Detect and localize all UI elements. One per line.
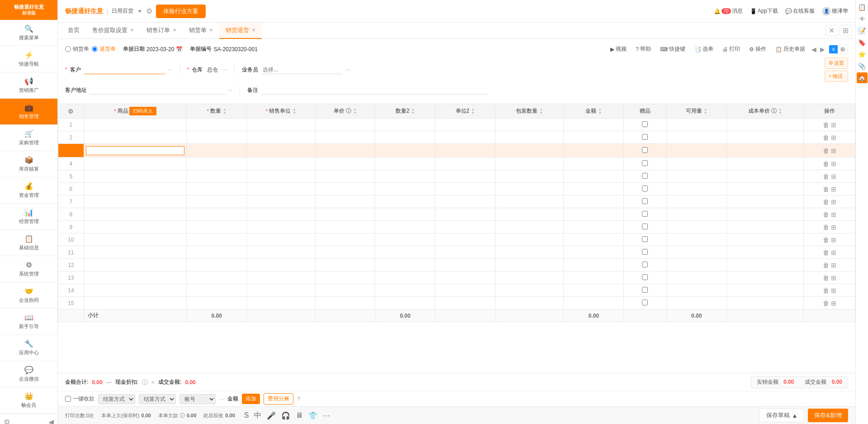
right-panel-star-btn[interactable]: ⭐ [857,49,868,60]
sidebar-item-guide[interactable]: 📖 新手引导 [0,309,57,335]
row-copy-btn[interactable]: ⊞ [831,236,836,243]
address-more-icon[interactable]: ··· [228,87,232,93]
staff-input[interactable] [261,66,342,74]
row-delete-btn[interactable]: 🗑 [823,121,829,129]
address-input[interactable] [90,86,225,95]
tab-sales-order[interactable]: 销售订单 ✕ [140,23,183,39]
sidebar-item-basics[interactable]: 📋 基础信息 [0,230,57,256]
row-copy-btn[interactable]: ⊞ [831,300,836,307]
tab-sales-return[interactable]: 销货退货 ✕ [219,23,262,39]
tab-sales-bill[interactable]: 销货单 ✕ [183,23,219,39]
nav-prev-icon[interactable]: ◀ [811,46,816,53]
tool-shirt-icon[interactable]: 👕 [307,410,319,421]
row-delete-btn[interactable]: 🗑 [823,224,829,231]
app-download-btn[interactable]: 📱 App下载 [750,7,778,15]
sales-unit-cell[interactable] [247,119,316,131]
tab-close-price[interactable]: ✕ [130,28,134,33]
toolbar-shortcut-btn[interactable]: ⌨ 快捷键 [657,44,688,54]
sidebar-item-quicknav[interactable]: ⚡ 快捷导航 [0,46,57,72]
sidebar-item-apps[interactable]: 🔧 应用中心 [0,335,57,361]
logistics-action-btn[interactable]: + 物流 [825,71,848,82]
add-row-btn[interactable]: + [69,146,74,155]
cost-price-cell[interactable] [726,119,804,131]
save-new-btn[interactable]: 保存&新增 [808,409,848,422]
toolbar-print-btn[interactable]: 🖨 打印 [720,44,743,54]
scan-input-btn[interactable]: 扫码录入 [129,107,156,115]
tab-price-settings[interactable]: 售价提取设置 ✕ [86,23,140,39]
radio-return-bill[interactable]: 退货单 [92,45,116,53]
debts-checkbox[interactable]: ⓘ [180,412,185,419]
row-delete-btn[interactable]: 🗑 [823,236,829,243]
toolbar-help-btn[interactable]: ? 帮助 [633,44,654,54]
one-key-checkout-checkbox[interactable]: 一键收款 [65,395,94,403]
toolbar-select-btn[interactable]: 📑 选单 [692,44,716,54]
row-delete-btn[interactable]: 🗑 [823,274,829,281]
sidebar-item-sales[interactable]: 💼 销售管理 [0,99,57,125]
collection-account-select[interactable]: 账号 [179,394,216,404]
sidebar-item-finance[interactable]: 💰 资金管理 [0,177,57,204]
trial-button[interactable]: 体验行业方案 [156,5,206,18]
row-delete-btn[interactable]: 🗑 [823,173,829,180]
sidebar-collapse-icon[interactable]: ◀ [48,418,54,424]
sidebar-item-operations[interactable]: 📊 经营管理 [0,204,57,230]
sidebar-item-purchase[interactable]: 🛒 采购管理 [0,125,57,151]
right-panel-edit-btn[interactable]: 📝 [857,25,868,36]
staff-more-icon[interactable]: ··· [345,67,349,73]
amount-cell[interactable] [564,119,624,131]
tab-close-return[interactable]: ✕ [252,28,255,33]
row-delete-btn[interactable]: 🗑 [823,249,829,256]
row-copy-btn[interactable]: ⊞ [831,274,836,281]
row-copy-btn[interactable]: ⊞ [831,262,836,269]
row-delete-btn[interactable]: 🗑 [823,134,829,141]
tool-zh-icon[interactable]: 中 [252,410,263,421]
row-copy-btn[interactable]: ⊞ [831,198,836,205]
save-draft-dropdown-icon[interactable]: ▲ [792,412,797,419]
toolbar-video-btn[interactable]: ▶ 视频 [608,44,629,54]
row-copy-btn[interactable]: ⊞ [831,134,836,141]
toolbar-operate-btn[interactable]: ⚙ 操作 [746,44,769,54]
right-panel-link-btn[interactable]: 📎 [857,61,868,71]
question-icon[interactable]: ⓘ [142,378,148,386]
restore-tab-icon[interactable]: ⊞ [840,25,852,36]
save-draft-btn[interactable]: 保存草稿 ▲ [760,409,804,422]
sidebar-item-inventory[interactable]: 📦 库存核算 [0,151,57,177]
customer-more-icon[interactable]: ··· [168,67,172,73]
row-copy-btn[interactable]: ⊞ [831,160,836,167]
row-copy-btn[interactable]: ⊞ [831,287,836,294]
add-payment-btn[interactable]: 添加 [242,394,260,404]
view-list-btn[interactable]: ≡ [829,45,838,53]
toolbar-history-btn[interactable]: 📋 历史单据 [773,44,808,54]
row-delete-btn[interactable]: 🗑 [823,186,829,193]
row-copy-btn[interactable]: ⊞ [831,186,836,193]
col-settings-icon[interactable]: ⚙ [68,108,74,115]
right-panel-home-btn[interactable]: 🏠 [857,72,868,83]
col-settings-header[interactable]: ⚙ [58,104,84,119]
tool-headphones-icon[interactable]: 🎧 [279,410,292,421]
radio-sales-bill[interactable]: 销货单 [65,45,89,53]
split-help-icon[interactable]: ? [297,395,300,402]
row-delete-btn[interactable]: 🗑 [823,211,829,218]
settings-action-btn[interactable]: ⚙ 设置 [825,57,848,69]
row-delete-btn[interactable]: 🗑 [823,287,829,294]
gift-cell[interactable] [624,119,667,131]
row-delete-btn[interactable]: 🗑 [823,147,829,154]
sidebar-item-member[interactable]: 👑 畅会员 [0,387,57,414]
dropdown-icon[interactable]: ▼ [137,8,142,14]
tool-mic-icon[interactable]: 🎤 [265,410,278,421]
settings-gear-icon[interactable]: ⚙ [146,7,152,15]
row-copy-btn[interactable]: ⊞ [831,211,836,218]
tool-s-icon[interactable]: S [242,410,251,420]
calc-method-select[interactable]: 结算方式 [98,394,135,404]
sidebar-item-marketing[interactable]: 📢 营销推广 [0,72,57,99]
sidebar-item-collab[interactable]: 🤝 企业协同 [0,282,57,309]
online-service-btn[interactable]: 💬 在线客服 [785,7,815,15]
row-delete-btn[interactable]: 🗑 [823,198,829,205]
row-copy-btn[interactable]: ⊞ [831,121,836,129]
product-cell[interactable] [84,119,186,131]
row-copy-btn[interactable]: ⊞ [831,173,836,180]
qty2-cell[interactable] [375,119,435,131]
tab-close-bill[interactable]: ✕ [209,28,213,33]
row-delete-btn[interactable]: 🗑 [823,262,829,269]
close-tab-icon[interactable]: ✕ [826,25,838,36]
available-cell[interactable] [666,119,726,131]
